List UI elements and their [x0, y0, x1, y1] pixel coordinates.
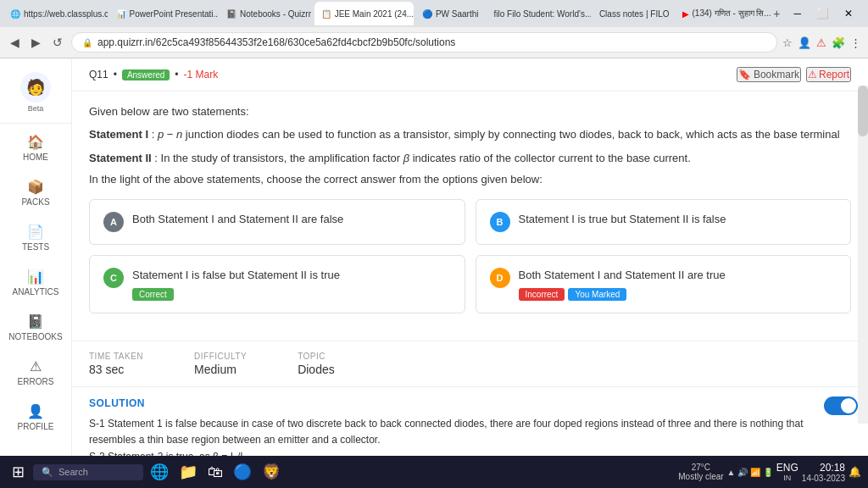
correct-badge: Correct: [132, 288, 174, 301]
new-tab-button[interactable]: +: [773, 7, 780, 20]
lang-region: IN: [783, 474, 791, 482]
main-layout: 🧑 Beta 🏠 HOME 📦 PACKS 📄 TESTS 📊 ANALYTIC…: [0, 58, 868, 456]
tab-filo1[interactable]: filo Filo Student: World's... ✕: [487, 2, 591, 25]
tab-classplus[interactable]: 🌐 https://web.classplus.c ✕: [3, 2, 108, 25]
taskbar-explorer-icon[interactable]: 📁: [175, 461, 201, 483]
sidebar-item-notebooks[interactable]: 📓 NOTEBOOKS: [0, 307, 71, 348]
statement2: Statement II : In the study of transisto…: [89, 150, 851, 167]
taskbar-brave-icon[interactable]: 🦁: [259, 461, 284, 483]
header-separator: •: [114, 69, 117, 80]
sidebar-profile-label: PROFILE: [18, 422, 54, 431]
option-a[interactable]: A Both Statement I and Statement II are …: [89, 199, 465, 245]
option-c-text: Statement I is false but Statement II is…: [132, 268, 340, 283]
bookmark-star-icon[interactable]: ☆: [782, 36, 793, 49]
analytics-icon: 📊: [27, 269, 44, 285]
option-b[interactable]: B Statement I is true but Statement II i…: [476, 199, 852, 245]
search-taskbar-placeholder: Search: [58, 467, 88, 477]
header-separator2: •: [175, 69, 178, 80]
option-d[interactable]: D Both Statement I and Statement II are …: [476, 255, 852, 313]
taskbar-store-icon[interactable]: 🛍: [204, 462, 226, 483]
solution-body-text: S-1 Statement 1 is false because in case…: [89, 418, 804, 446]
sidebar-item-errors[interactable]: ⚠ ERRORS: [0, 352, 71, 393]
question-header: Q11 • Answered • -1 Mark 🔖 Bookmark ⚠ Re…: [72, 58, 868, 92]
option-d-content: Both Statement I and Statement II are tr…: [519, 268, 726, 301]
option-c-content: Statement I is false but Statement II is…: [132, 268, 340, 301]
sidebar-item-analytics[interactable]: 📊 ANALYTICS: [0, 262, 71, 303]
option-a-content: Both Statement I and Statement II are fa…: [132, 212, 343, 227]
taskbar-chrome-icon[interactable]: 🔵: [230, 461, 255, 483]
content-area: Q11 • Answered • -1 Mark 🔖 Bookmark ⚠ Re…: [72, 58, 868, 456]
system-tray-icons: ▲ 🔊 📶 🔋: [727, 468, 773, 477]
scrollbar-track[interactable]: [858, 86, 868, 424]
tab-bar: 🌐 https://web.classplus.c ✕ 📊 PowerPoint…: [0, 0, 868, 27]
mark-badge: -1 Mark: [184, 69, 219, 80]
tab-notebooks[interactable]: 📓 Notebooks - Quizrr ✕: [220, 2, 313, 25]
weather-temp: 27°C: [692, 463, 710, 472]
warning-report-icon: ⚠: [808, 69, 817, 80]
option-c-letter: C: [103, 268, 124, 288]
tab-jee-active[interactable]: 📋 JEE Main 2021 (24... ✕: [314, 2, 414, 25]
sidebar: 🧑 Beta 🏠 HOME 📦 PACKS 📄 TESTS 📊 ANALYTIC…: [0, 58, 72, 456]
forward-button[interactable]: ▶: [28, 34, 44, 51]
scrollbar-thumb[interactable]: [858, 86, 868, 136]
difficulty-label: DIFFICULTY: [194, 352, 247, 361]
bookmark-button[interactable]: 🔖 Bookmark: [737, 67, 801, 82]
tab-classnotes[interactable]: Class notes | FILO ✕: [593, 2, 674, 25]
minimize-button[interactable]: ─: [789, 8, 807, 19]
extensions-icon[interactable]: 🧩: [832, 36, 845, 49]
sidebar-item-tests[interactable]: 📄 TESTS: [0, 217, 71, 258]
solution-math-text: S-2 Statement-2 is true, as β = Ic/Ib: [89, 451, 248, 456]
sidebar-notebooks-label: NOTEBOOKS: [8, 332, 62, 341]
statement1-label: Statement I: [89, 128, 148, 141]
menu-icon[interactable]: ⋮: [850, 36, 861, 49]
statement1: Statement I : p − n junction diodes can …: [89, 126, 851, 143]
option-c[interactable]: C Statement I is false but Statement II …: [89, 255, 465, 313]
sidebar-item-packs[interactable]: 📦 PACKS: [0, 172, 71, 214]
time-taken-label: TIME TAKEN: [89, 352, 143, 361]
close-button[interactable]: ✕: [839, 8, 858, 19]
packs-icon: 📦: [27, 179, 44, 195]
option-c-badges: Correct: [132, 288, 340, 301]
solution-title: SOLUTION: [89, 397, 851, 409]
refresh-button[interactable]: ↺: [49, 34, 66, 51]
question-body: Given below are two statements: Statemen…: [72, 92, 868, 341]
option-b-text: Statement I is true but Statement II is …: [519, 212, 726, 227]
options-grid: A Both Statement I and Statement II are …: [89, 199, 851, 313]
address-bar[interactable]: 🔒 app.quizrr.in/62c5ca493f85644353f2e168…: [71, 32, 777, 53]
taskbar-edge-icon[interactable]: 🌐: [147, 461, 172, 483]
address-text: app.quizrr.in/62c5ca493f85644353f2e168/6…: [97, 36, 766, 48]
sidebar-home-label: HOME: [23, 152, 48, 162]
back-button[interactable]: ◀: [7, 34, 23, 51]
clock-time: 20:18: [802, 462, 845, 474]
tab-pw[interactable]: 🔵 PW Saarthi ✕: [415, 2, 486, 25]
sidebar-tests-label: TESTS: [22, 242, 49, 252]
toolbar-icons: ☆ 👤 ⚠ 🧩 ⋮: [782, 36, 861, 49]
sidebar-item-home[interactable]: 🏠 HOME: [0, 127, 71, 169]
option-a-text: Both Statement I and Statement II are fa…: [132, 212, 343, 227]
home-icon: 🏠: [27, 134, 44, 150]
profile-nav-icon: 👤: [27, 403, 44, 419]
sidebar-item-profile[interactable]: 👤 PROFILE: [0, 396, 71, 438]
difficulty-value: Medium: [194, 363, 247, 376]
start-button[interactable]: ⊞: [7, 461, 30, 483]
time-taken-value: 83 sec: [89, 363, 143, 376]
taskbar-search[interactable]: 🔍 Search: [33, 464, 143, 480]
taskbar: ⊞ 🔍 Search 🌐 📁 🛍 🔵 🦁 27°C Mostly clear ▲…: [0, 456, 868, 488]
solution-text: S-1 Statement 1 is false because in case…: [89, 416, 851, 456]
question-intro: Given below are two statements:: [89, 105, 851, 118]
profile-icon[interactable]: 👤: [798, 36, 811, 49]
option-d-badges: Incorrect You Marked: [519, 288, 726, 301]
tab-youtube[interactable]: ▶ (134) गणित - सुहाग सि... ✕: [676, 2, 772, 25]
answered-badge: Answered: [122, 69, 170, 80]
toggle-button[interactable]: [824, 396, 858, 415]
report-button[interactable]: ⚠ Report: [806, 67, 851, 82]
notification-icon[interactable]: 🔔: [849, 466, 861, 478]
notebooks-icon: 📓: [27, 313, 44, 330]
browser-chrome: 🌐 https://web.classplus.c ✕ 📊 PowerPoint…: [0, 0, 868, 58]
tab-powerpoint[interactable]: 📊 PowerPoint Presentati... ✕: [109, 2, 218, 25]
meta-difficulty: DIFFICULTY Medium: [194, 352, 247, 376]
solution-section: SOLUTION S-1 Statement 1 is false becaus…: [72, 387, 868, 456]
lang-code: ENG: [776, 462, 798, 474]
restore-button[interactable]: ⬜: [811, 8, 834, 19]
option-d-letter: D: [490, 268, 510, 288]
